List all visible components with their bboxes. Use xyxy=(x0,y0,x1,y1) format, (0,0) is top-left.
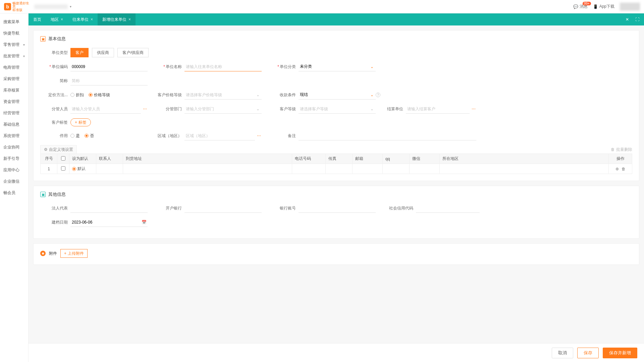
radio-row-default[interactable]: 默认 xyxy=(72,166,86,172)
save-button[interactable]: 保存 xyxy=(577,348,599,358)
sidebar-item-7[interactable]: 资金管理 xyxy=(0,96,28,107)
input-account[interactable] xyxy=(299,203,376,213)
select-pay-cond[interactable] xyxy=(299,90,376,100)
fullscreen-button[interactable]: ⛶ xyxy=(634,16,641,23)
input-settle-unit[interactable] xyxy=(406,104,470,114)
delete-row-icon[interactable]: 🗑 xyxy=(622,167,626,171)
cell-wechat[interactable] xyxy=(410,164,440,174)
lookup-icon[interactable]: ⋯ xyxy=(257,133,261,138)
input-shortname[interactable] xyxy=(70,76,148,85)
sidebar-item-label: 企业协同 xyxy=(3,144,19,150)
seg-both[interactable]: 客户/供应商 xyxy=(117,48,149,57)
sidebar-item-15[interactable]: 畅会员 xyxy=(0,187,28,198)
th-addr: 到货地址 xyxy=(123,154,292,164)
cell-region[interactable] xyxy=(440,164,609,174)
sidebar-item-1[interactable]: 快捷导航 xyxy=(0,27,28,39)
select-cust-level[interactable] xyxy=(299,104,376,114)
sidebar-item-label: 库存核算 xyxy=(3,87,19,93)
checkbox-row[interactable] xyxy=(61,166,65,171)
seg-supplier[interactable]: 供应商 xyxy=(92,48,114,57)
brand-logo: b 畅捷通好生意 标准版 xyxy=(4,1,32,12)
custom-setting-button[interactable]: ⚙自定义项设置 xyxy=(40,145,77,154)
sidebar-item-0[interactable]: 搜索菜单 xyxy=(0,16,28,27)
sidebar-item-4[interactable]: 电商管理 xyxy=(0,62,28,73)
input-region[interactable] xyxy=(184,131,255,140)
top-right: 💬 消息 99+ 📱 App下载 xyxy=(573,3,640,11)
sidebar-item-9[interactable]: 基础信息 xyxy=(0,119,28,130)
sidebar-item-label: 批发管理 xyxy=(3,53,19,59)
cell-op: ⊕ 🗑 xyxy=(609,164,632,174)
select-price-level[interactable] xyxy=(184,90,262,100)
cell-email[interactable] xyxy=(353,164,383,174)
sidebar-item-13[interactable]: 应用中心 xyxy=(0,164,28,176)
sidebar-item-11[interactable]: 企业协同 xyxy=(0,141,28,153)
sidebar-item-6[interactable]: 库存核算 xyxy=(0,84,28,96)
radio-yes[interactable]: 是 xyxy=(70,133,80,139)
section-icon: ▣ xyxy=(40,36,46,42)
top-header: b 畅捷通好生意 标准版 ▾ 💬 消息 99+ 📱 App下载 xyxy=(0,0,644,13)
sidebar-item-14[interactable]: 企业微信 xyxy=(0,176,28,187)
th-region: 所在地区 xyxy=(440,154,609,164)
input-credit[interactable] xyxy=(416,203,480,213)
label-shortname: 简称 xyxy=(40,78,70,84)
sidebar-item-12[interactable]: 新手引导 xyxy=(0,153,28,164)
batch-delete-button[interactable]: 🗑批量删除 xyxy=(611,147,632,153)
input-remark[interactable] xyxy=(299,131,476,140)
sidebar-item-label: 基础信息 xyxy=(3,122,19,127)
row-shortname: 简称 xyxy=(40,76,632,85)
help-icon[interactable]: ? xyxy=(376,93,380,97)
th-qq: qq xyxy=(383,154,410,164)
close-icon[interactable]: × xyxy=(91,17,93,22)
tab-3[interactable]: 新增往来单位× xyxy=(98,13,136,25)
radio-price-level[interactable]: 价格等级 xyxy=(89,92,110,98)
upload-button[interactable]: +上传附件 xyxy=(60,249,88,258)
add-tag-button[interactable]: +标签 xyxy=(70,118,91,126)
label-price-level: 客户价格等级 xyxy=(154,92,184,98)
label-unit-cat: *单位分类 xyxy=(268,64,299,70)
select-unit-cat[interactable] xyxy=(299,62,376,71)
close-tabs-button[interactable]: ✕ xyxy=(624,16,631,23)
sidebar-item-label: 企业微信 xyxy=(3,179,19,184)
close-icon[interactable]: × xyxy=(61,17,63,22)
add-row-icon[interactable]: ⊕ xyxy=(615,167,619,171)
lookup-icon[interactable]: ⋯ xyxy=(143,107,147,111)
user-avatar[interactable] xyxy=(620,3,640,11)
tab-2[interactable]: 往来单位× xyxy=(68,13,98,25)
cell-qq[interactable] xyxy=(383,164,410,174)
tab-0[interactable]: 首页 xyxy=(29,13,46,25)
save-add-button[interactable]: 保存并新增 xyxy=(603,348,637,358)
row-code-name-cat: *单位编码 *单位名称 *单位分类 ⌄ xyxy=(40,62,632,71)
tabs-bar-right: ✕ ⛶ xyxy=(624,16,644,23)
cancel-button[interactable]: 取消 xyxy=(552,348,573,358)
radio-discount[interactable]: 折扣 xyxy=(70,92,84,98)
content-scroll[interactable]: ▣ 基本信息 单位类型 客户 供应商 客户/供应商 xyxy=(29,25,644,362)
sidebar-item-8[interactable]: 经营管理 xyxy=(0,107,28,119)
input-mgr-person[interactable] xyxy=(70,104,141,114)
select-mgr-dept[interactable] xyxy=(184,104,262,114)
checkbox-all[interactable] xyxy=(61,156,65,161)
tab-label: 新增往来单位 xyxy=(102,17,126,22)
cell-fax[interactable] xyxy=(326,164,353,174)
input-unit-name[interactable] xyxy=(184,62,262,71)
input-legal[interactable] xyxy=(70,203,148,213)
sidebar-item-5[interactable]: 采购管理 xyxy=(0,73,28,84)
input-unit-code[interactable] xyxy=(70,62,148,71)
close-icon[interactable]: × xyxy=(128,17,131,22)
messages-button[interactable]: 💬 消息 99+ xyxy=(573,4,588,9)
table-row: 1 默认 xyxy=(41,164,632,174)
lookup-icon[interactable]: ⋯ xyxy=(472,107,476,111)
app-download-button[interactable]: 📱 App下载 xyxy=(593,4,614,9)
sidebar-item-10[interactable]: 系统管理 xyxy=(0,130,28,141)
cell-phone[interactable] xyxy=(292,164,326,174)
company-selector[interactable]: ▾ xyxy=(34,4,88,9)
sidebar-item-3[interactable]: 批发管理▾ xyxy=(0,50,28,62)
sidebar-item-2[interactable]: 零售管理▾ xyxy=(0,39,28,50)
radio-no[interactable]: 否 xyxy=(85,133,94,139)
cell-contact[interactable] xyxy=(96,164,123,174)
cell-addr[interactable] xyxy=(123,164,292,174)
calendar-icon[interactable]: 📅 xyxy=(142,220,147,225)
input-create-date[interactable] xyxy=(70,218,148,227)
seg-customer[interactable]: 客户 xyxy=(70,48,89,57)
input-bank[interactable] xyxy=(184,203,262,213)
tab-1[interactable]: 地区× xyxy=(46,13,68,25)
